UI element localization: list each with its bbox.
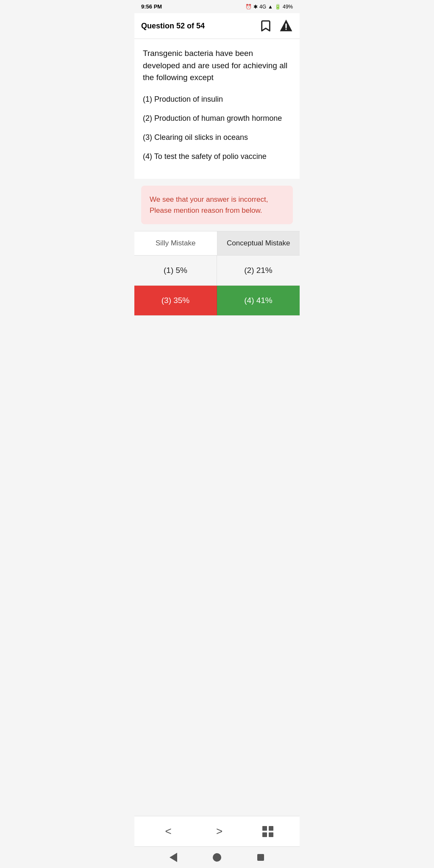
- incorrect-message: We see that your answer is incorrect, Pl…: [150, 194, 284, 216]
- option-4-text: To test the safety of polio vaccine: [154, 152, 267, 161]
- question-text: Transgenic bacteria have been developed …: [143, 47, 291, 84]
- android-home-button[interactable]: [212, 853, 222, 862]
- stats-grid: (1) 5% (2) 21% (3) 35% (4) 41%: [134, 256, 300, 316]
- android-recents-button[interactable]: [256, 853, 265, 862]
- question-area: Transgenic bacteria have been developed …: [134, 39, 300, 179]
- question-counter: Question 52 of 54: [141, 22, 205, 31]
- option-1-text: Production of insulin: [154, 95, 223, 103]
- report-button[interactable]: [279, 19, 293, 33]
- time: 9:56 PM: [141, 3, 162, 10]
- bluetooth-icon: ✱: [253, 4, 258, 10]
- option-1[interactable]: (1) Production of insulin: [143, 94, 291, 105]
- android-nav: [134, 846, 300, 868]
- battery-icon: 🔋: [275, 4, 281, 10]
- stat-1-id: (1): [164, 266, 176, 275]
- option-2-text: Production of human growth hormone: [154, 114, 282, 122]
- prev-button[interactable]: <: [159, 822, 178, 840]
- header-actions: [259, 19, 293, 33]
- stat-3-percent: 35%: [173, 296, 189, 305]
- svg-rect-3: [262, 826, 267, 831]
- status-icons: ⏰ ✱ 4G ▲ 🔋 49%: [245, 4, 293, 10]
- bottom-nav: < >: [134, 816, 300, 846]
- svg-point-2: [285, 28, 287, 30]
- silly-mistake-tab[interactable]: Silly Mistake: [134, 231, 217, 255]
- svg-rect-4: [269, 826, 273, 831]
- option-4[interactable]: (4) To test the safety of polio vaccine: [143, 151, 291, 162]
- option-2[interactable]: (2) Production of human growth hormone: [143, 113, 291, 124]
- stat-cell-4: (4) 41%: [217, 286, 300, 315]
- option-3-text: Clearing oil slicks in oceans: [154, 133, 248, 142]
- stat-4-percent: 41%: [256, 296, 273, 305]
- stat-1-percent: 5%: [176, 266, 187, 275]
- option-3[interactable]: (3) Clearing oil slicks in oceans: [143, 132, 291, 143]
- incorrect-feedback-box: We see that your answer is incorrect, Pl…: [141, 186, 293, 224]
- stat-cell-2: (2) 21%: [217, 256, 300, 286]
- option-4-number: (4): [143, 152, 154, 161]
- stat-cell-3: (3) 35%: [134, 286, 217, 315]
- option-1-number: (1): [143, 95, 154, 103]
- next-button[interactable]: >: [210, 822, 228, 840]
- question-header: Question 52 of 54: [134, 13, 300, 39]
- stat-2-percent: 21%: [256, 266, 273, 275]
- grid-view-button[interactable]: [261, 825, 275, 838]
- svg-rect-5: [262, 832, 267, 837]
- signal-icon: ▲: [268, 4, 273, 10]
- stat-cell-1: (1) 5%: [134, 256, 217, 286]
- stat-4-id: (4): [244, 296, 256, 305]
- bookmark-button[interactable]: [259, 19, 273, 33]
- option-2-number: (2): [143, 114, 154, 122]
- battery-percent: 49%: [283, 4, 293, 10]
- data-icon: 4G: [259, 4, 266, 10]
- conceptual-mistake-tab[interactable]: Conceptual Mistake: [217, 231, 300, 255]
- stat-2-id: (2): [244, 266, 256, 275]
- stat-3-id: (3): [161, 296, 174, 305]
- svg-rect-6: [269, 832, 273, 837]
- alarm-icon: ⏰: [245, 4, 252, 10]
- mistake-tabs: Silly Mistake Conceptual Mistake: [134, 231, 300, 256]
- status-bar: 9:56 PM ⏰ ✱ 4G ▲ 🔋 49%: [134, 0, 300, 13]
- option-3-number: (3): [143, 133, 154, 142]
- android-back-button[interactable]: [169, 853, 178, 862]
